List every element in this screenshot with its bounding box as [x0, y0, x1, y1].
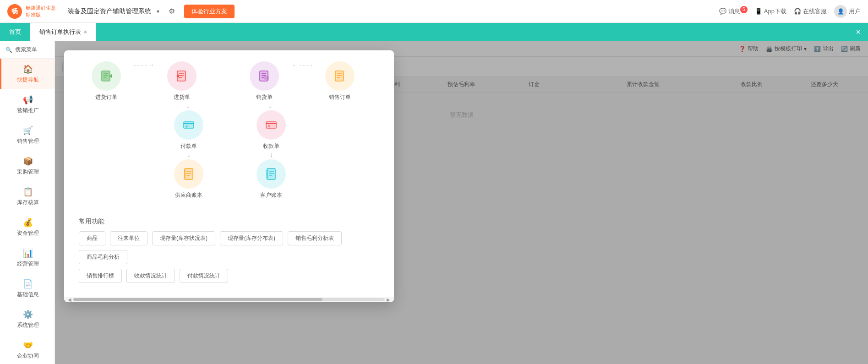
finance-icon: 💰: [23, 217, 33, 228]
modal-scrollbar[interactable]: ◀ ▶: [64, 297, 394, 302]
flow-row-3: 供应商账本 客户账本: [79, 159, 379, 199]
sidebar-item-purchase[interactable]: 📦 采购管理: [0, 151, 55, 181]
svg-rect-25: [185, 168, 193, 179]
top-right-actions: 💬 消息 5 📱 App下载 🎧 在线客服 👤 用户: [719, 5, 861, 18]
chevron-down-icon: ▾: [157, 8, 159, 15]
receipt-icon-circle: ¥: [257, 110, 286, 140]
tab-bar: 首页 销售订单执行表 × ×: [0, 23, 868, 41]
window-close-icon[interactable]: ×: [856, 27, 861, 37]
sales-icon: 🛒: [23, 125, 33, 136]
settings-icon[interactable]: ⚙: [169, 7, 175, 16]
online-service-button[interactable]: 🎧 在线客服: [794, 7, 827, 16]
mobile-icon: 📱: [755, 8, 762, 15]
flow-node-supplier-ledger[interactable]: 供应商账本: [161, 159, 216, 199]
func-btn-receipt-stats[interactable]: 收款情况统计: [126, 269, 175, 283]
tab-sales-order[interactable]: 销售订单执行表 ×: [30, 23, 96, 41]
arrow-row-2: ↓ ↓: [79, 101, 379, 110]
func-btn-product[interactable]: 商品: [79, 231, 105, 245]
message-button[interactable]: 💬 消息 5: [719, 7, 748, 16]
flow-row-2: ¥ 付款单 ¥ 收款单: [79, 110, 379, 150]
func-buttons-row-1: 商品 往来单位 现存量(库存状况表) 现存量(库存分布表) 销售毛利分析表 商品…: [79, 231, 379, 264]
customer-ledger-label: 客户账本: [260, 191, 282, 199]
marketing-icon: 📢: [23, 95, 33, 105]
sidebar-item-inventory[interactable]: 📋 库存核算: [0, 181, 55, 212]
message-badge: 5: [740, 6, 748, 13]
arrow-down-purchase: ↓: [161, 102, 215, 109]
system-dropdown[interactable]: ▾: [157, 8, 159, 15]
sidebar-item-finance[interactable]: 💰 资金管理: [0, 212, 55, 243]
flow-node-customer-ledger[interactable]: 客户账本: [244, 159, 299, 199]
home-icon: 🏠: [23, 64, 33, 74]
func-btn-sales-rank[interactable]: 销售排行榜: [79, 269, 122, 283]
purchase-order-icon: [92, 61, 121, 91]
tab-close-icon[interactable]: ×: [84, 29, 87, 35]
scrollbar-thumb: [73, 298, 322, 301]
func-btn-sales-margin[interactable]: 销售毛利分析表: [288, 231, 342, 245]
top-bar: 畅 畅康通好生意 标准版 装备及固定资产辅助管理系统 ▾ ⚙ 体验行业方案 💬 …: [0, 0, 868, 23]
app-download-button[interactable]: 📱 App下载: [755, 7, 786, 16]
inventory-icon: 📋: [23, 187, 33, 197]
svg-rect-31: [266, 169, 268, 179]
sales-order-icon-circle: [325, 61, 355, 91]
payment-icon-circle: ¥: [174, 110, 203, 140]
arrow-down-payment: ↓: [161, 151, 216, 158]
sidebar-item-basic-info[interactable]: 📄 基础信息: [0, 273, 55, 304]
flow-row-1: 进货订单 - - - - → 进货单: [79, 61, 379, 101]
trial-button[interactable]: 体验行业方案: [184, 5, 235, 18]
svg-rect-14: [264, 76, 269, 80]
modal-content: 进货订单 - - - - → 进货单: [64, 50, 394, 217]
purchase-order-label: 进货订单: [95, 93, 117, 101]
tab-home[interactable]: 首页: [0, 23, 30, 41]
user-menu[interactable]: 👤 用户: [834, 5, 861, 18]
logo-text: 畅康通好生意 标准版: [26, 5, 56, 18]
func-btn-payment-stats[interactable]: 付款情况统计: [180, 269, 228, 283]
sidebar-search[interactable]: 🔍 搜索菜单: [0, 41, 55, 59]
sidebar-item-sales[interactable]: 🛒 销售管理: [0, 120, 55, 151]
supplier-ledger-label: 供应商账本: [175, 191, 202, 199]
sidebar-item-management[interactable]: 📊 经营管理: [0, 243, 55, 273]
func-buttons-row-2: 销售排行榜 收款情况统计 付款情况统计: [79, 269, 379, 283]
svg-rect-0: [102, 71, 110, 81]
flow-node-purchase-order[interactable]: 进货订单: [79, 61, 134, 101]
sidebar-item-system[interactable]: ⚙️ 系统管理: [0, 304, 55, 335]
func-btn-partner[interactable]: 往来单位: [110, 231, 147, 245]
arrow-down-receipt: ↓: [244, 151, 299, 158]
payment-label: 付款单: [180, 142, 197, 150]
svg-rect-30: [267, 168, 275, 179]
svg-rect-26: [184, 169, 186, 179]
sidebar-item-marketing[interactable]: 📢 营销推广: [0, 89, 55, 120]
avatar: 👤: [834, 5, 847, 18]
headset-icon: 🎧: [794, 8, 801, 15]
flow-node-purchase[interactable]: 进货单: [154, 61, 209, 101]
common-functions-title: 常用功能: [79, 217, 379, 226]
func-btn-product-margin[interactable]: 商品毛利分析: [79, 250, 127, 264]
arrow-2: ← - - - -: [292, 61, 312, 79]
content-area: ❓ 帮助 🖨️ 按模板打印 ▾ ⬆️ 导出 🔄 刷新: [55, 41, 868, 364]
flow-node-receipt[interactable]: ¥ 收款单: [244, 110, 299, 150]
scroll-left-icon[interactable]: ◀: [66, 297, 73, 302]
common-functions-section: 常用功能 商品 往来单位 现存量(库存状况表) 现存量(库存分布表) 销售毛利分…: [64, 217, 394, 297]
flow-node-sales-order[interactable]: 销售订单: [312, 61, 367, 101]
search-icon: 🔍: [5, 47, 12, 53]
collaboration-icon: 🤝: [23, 340, 33, 350]
arrow-down-sales: ↓: [243, 102, 297, 109]
flow-node-sales[interactable]: 销货单: [237, 61, 292, 101]
logo-icon: 畅: [7, 4, 22, 19]
customer-ledger-icon: [257, 159, 286, 189]
management-icon: 📊: [23, 248, 33, 258]
func-btn-stock-status[interactable]: 现存量(库存状况表): [152, 231, 215, 245]
basic-info-icon: 📄: [23, 279, 33, 289]
sidebar-item-home[interactable]: 🏠 快捷导航: [0, 59, 55, 89]
message-icon: 💬: [719, 8, 726, 15]
supplier-ledger-icon: [174, 159, 203, 189]
sidebar-item-collaboration[interactable]: 🤝 企业协同: [0, 335, 55, 364]
modal-overlay: 进货订单 - - - - → 进货单: [55, 41, 868, 364]
purchase-label: 进货单: [174, 93, 190, 101]
svg-rect-15: [335, 71, 344, 81]
sales-label: 销货单: [256, 93, 273, 101]
scroll-right-icon[interactable]: ▶: [385, 297, 392, 302]
func-btn-stock-dist[interactable]: 现存量(库存分布表): [220, 231, 283, 245]
receipt-label: 收款单: [263, 142, 279, 150]
flow-node-payment[interactable]: ¥ 付款单: [161, 110, 216, 150]
purchase-icon-circle: [167, 61, 197, 91]
